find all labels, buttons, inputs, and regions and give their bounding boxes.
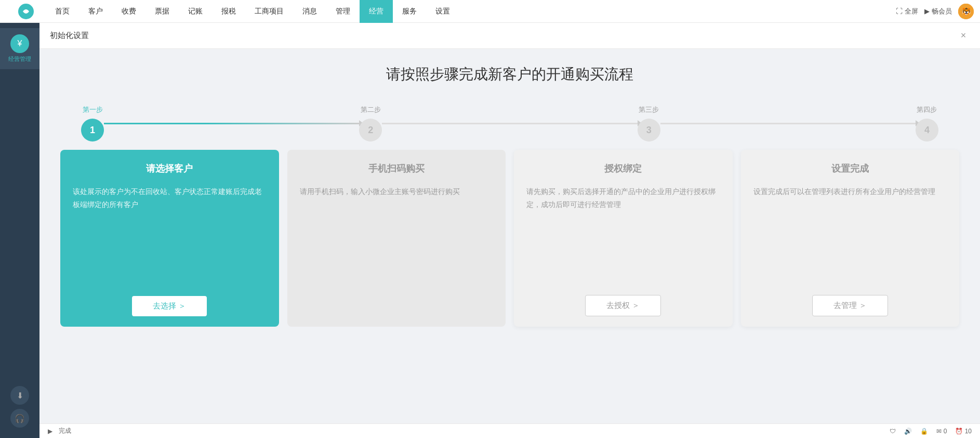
step-2-circle: 2 — [359, 119, 382, 141]
status-bar: ▶ 完成 🛡 🔊 🔒 ✉ 0 ⏰ 10 — [39, 423, 980, 438]
volume-icon: 🔊 — [904, 428, 912, 435]
main-layout: ¥ 经营管理 ⬇ 🎧 初始化设置 × 请按照步骤完成新客户的开通购买流程 第一步… — [0, 23, 980, 438]
step-1-label: 第一步 — [83, 105, 103, 114]
sidebar-bottom: ⬇ 🎧 — [10, 386, 29, 438]
logo — [6, 3, 46, 20]
step-card-2: 手机扫码购买 请用手机扫码，输入小微企业主账号密码进行购买 — [287, 150, 506, 327]
card-2-title: 手机扫码购买 — [300, 162, 494, 175]
step-3-label: 第三步 — [639, 105, 659, 114]
nav-items: 首页 客户 收费 票据 记账 报税 工商项目 消息 管理 经营 服务 设置 — [46, 0, 896, 23]
fullscreen-icon: ⛶ — [896, 7, 903, 15]
close-button[interactable]: × — [957, 30, 970, 42]
step-4-label: 第四步 — [917, 105, 937, 114]
connector-3-4 — [660, 123, 916, 124]
step-4-circle: 4 — [916, 119, 938, 141]
main-title: 请按照步骤完成新客户的开通购买流程 — [60, 65, 959, 84]
fullscreen-btn[interactable]: ⛶ 全屏 — [896, 7, 918, 16]
card-1-title: 请选择客户 — [73, 162, 267, 175]
nav-right: ⛶ 全屏 ▶ 畅会员 🐯 — [896, 4, 974, 19]
step-3: 第三步 3 — [638, 105, 660, 141]
nav-tax[interactable]: 报税 — [212, 0, 245, 23]
sidebar: ¥ 经营管理 ⬇ 🎧 — [0, 23, 39, 438]
nav-accounting[interactable]: 记账 — [179, 0, 212, 23]
nav-industry[interactable]: 工商项目 — [245, 0, 293, 23]
connector-2-3 — [382, 123, 637, 124]
nav-invoice[interactable]: 票据 — [145, 0, 179, 23]
step-card-4: 设置完成 设置完成后可以在管理列表进行所有企业用户的经营管理 去管理 ＞ — [741, 150, 960, 327]
go-manage-button[interactable]: 去管理 ＞ — [812, 295, 888, 316]
nav-fee[interactable]: 收费 — [112, 0, 145, 23]
card-2-desc: 请用手机扫码，输入小微企业主账号密码进行购买 — [300, 185, 494, 316]
message-count: ✉ 0 — [936, 428, 947, 435]
lock-icon: 🔒 — [920, 428, 928, 435]
clock-count: ⏰ 10 — [955, 428, 972, 435]
step-card-3: 授权绑定 请先购买，购买后选择开通的产品中的企业用户进行授权绑定，成功后即可进行… — [514, 150, 733, 327]
step-2-label: 第二步 — [361, 105, 381, 114]
shield-icon: 🛡 — [890, 428, 896, 435]
step-2: 第二步 2 — [359, 105, 382, 141]
content-header: 初始化设置 × — [39, 23, 980, 49]
step-card-1: 请选择客户 该处展示的客户为不在回收站、客户状态正常建账后完成老板端绑定的所有客… — [60, 150, 279, 327]
card-1-btn-wrapper: 去选择 ＞ — [132, 296, 207, 316]
content-area: 初始化设置 × 请按照步骤完成新客户的开通购买流程 第一步 1 第二步 — [39, 23, 980, 438]
download-icon[interactable]: ⬇ — [10, 386, 29, 405]
top-nav: 首页 客户 收费 票据 记账 报税 工商项目 消息 管理 经营 服务 设置 ⛶ … — [0, 0, 980, 23]
member-btn[interactable]: ▶ 畅会员 — [924, 7, 952, 16]
nav-manage[interactable]: 管理 — [326, 0, 360, 23]
play-icon: ▶ — [924, 7, 930, 15]
nav-settings[interactable]: 设置 — [426, 0, 459, 23]
card-3-btn-wrapper: 去授权 ＞ — [585, 295, 661, 316]
svg-text:🐯: 🐯 — [962, 7, 971, 16]
step-1: 第一步 1 — [81, 105, 104, 141]
nav-message[interactable]: 消息 — [293, 0, 326, 23]
nav-service[interactable]: 服务 — [393, 0, 426, 23]
page-title: 初始化设置 — [50, 31, 89, 41]
cards-row: 请选择客户 该处展示的客户为不在回收站、客户状态正常建账后完成老板端绑定的所有客… — [60, 150, 959, 327]
card-area: 请按照步骤完成新客户的开通购买流程 第一步 1 第二步 2 — [39, 49, 980, 423]
avatar[interactable]: 🐯 — [958, 4, 974, 19]
card-3-desc: 请先购买，购买后选择开通的产品中的企业用户进行授权绑定，成功后即可进行经营管理 — [526, 185, 720, 295]
step-3-circle: 3 — [638, 119, 660, 141]
nav-home[interactable]: 首页 — [46, 0, 79, 23]
card-4-title: 设置完成 — [753, 162, 947, 175]
operation-icon: ¥ — [10, 34, 29, 53]
connector-1-2 — [104, 123, 359, 124]
sidebar-item-operation[interactable]: ¥ 经营管理 — [0, 28, 39, 69]
go-select-button[interactable]: 去选择 ＞ — [132, 296, 207, 316]
step-1-circle: 1 — [81, 119, 104, 141]
nav-customer[interactable]: 客户 — [79, 0, 112, 23]
status-bar-right: 🛡 🔊 🔒 ✉ 0 ⏰ 10 — [890, 428, 972, 435]
step-4: 第四步 4 — [916, 105, 938, 141]
card-4-desc: 设置完成后可以在管理列表进行所有企业用户的经营管理 — [753, 185, 947, 295]
play-btn[interactable]: ▶ — [48, 428, 52, 435]
status-label: 完成 — [59, 427, 71, 435]
nav-operation[interactable]: 经营 — [360, 0, 393, 23]
card-1-desc: 该处展示的客户为不在回收站、客户状态正常建账后完成老板端绑定的所有客户 — [73, 185, 267, 286]
card-4-btn-wrapper: 去管理 ＞ — [812, 295, 888, 316]
go-authorize-button[interactable]: 去授权 ＞ — [585, 295, 661, 316]
headset-icon[interactable]: 🎧 — [10, 409, 29, 428]
steps-timeline: 第一步 1 第二步 2 第三步 3 — [60, 105, 959, 141]
card-3-title: 授权绑定 — [526, 162, 720, 175]
